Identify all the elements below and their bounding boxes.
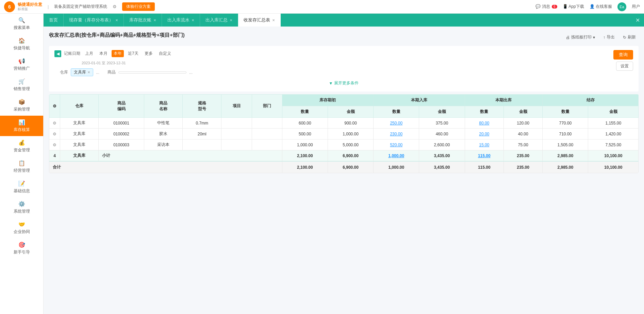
sidebar-item-sales[interactable]: 🛒 销售管理	[0, 75, 43, 95]
sidebar: 🔍 搜索菜单 🏠 快捷导航 📢 营销推广 🛒 销售管理 📦 采购管理 📊	[0, 14, 44, 314]
col-open-qty: 数量	[282, 106, 328, 118]
col-goods-code-header: 商品编码	[98, 95, 144, 118]
sidebar-item-label: 企业协同	[14, 229, 30, 235]
user-avatar[interactable]: Ea	[617, 2, 626, 11]
gear-icon[interactable]: ⚙	[113, 4, 117, 9]
row-warehouse: 文具库	[60, 118, 99, 129]
tab-close-icon[interactable]: ✕	[115, 18, 118, 22]
sidebar-item-search[interactable]: 🔍 搜索菜单	[0, 14, 43, 34]
col-group-inbound: 本期入库	[374, 95, 465, 106]
row-goods-spec	[183, 139, 221, 150]
top-bar-left: 6 畅捷通好生意 标准版 | 装备及固定资产辅助管理系统 ⚙ 体验行业方案	[4, 1, 155, 12]
tab-inventory-dist[interactable]: 现存量（库存分布表） ✕	[64, 14, 124, 27]
tab-close-icon[interactable]: ✕	[153, 18, 156, 22]
row-in-qty[interactable]: 250.00	[374, 118, 419, 129]
tab-inout-flow[interactable]: 出入库流水 ✕	[162, 14, 200, 27]
collab-icon: 🤝	[18, 221, 25, 228]
tab-inout-summary[interactable]: 出入库汇总 ✕	[200, 14, 238, 27]
tab-close-icon[interactable]: ✕	[230, 18, 232, 22]
date-btn-last-month[interactable]: 上月	[83, 50, 95, 57]
row-bal-amt: 1,420.00	[588, 129, 639, 139]
finance-icon: 💰	[18, 139, 25, 146]
row-gear-icon[interactable]: ⚙	[53, 143, 56, 147]
row-open-amt: 5,000.00	[328, 139, 373, 150]
sidebar-item-quick[interactable]: 🏠 快捷导航	[0, 34, 43, 54]
date-range-display: 2023-01-01 至 2023-12-31	[54, 61, 388, 66]
row-out-amt: 120.00	[503, 118, 542, 129]
sidebar-item-collab[interactable]: 🤝 企业协同	[0, 218, 43, 238]
row-in-qty[interactable]: 520.00	[374, 139, 419, 150]
tab-close-active-icon[interactable]: ✕	[272, 18, 275, 22]
print-icon: 🖨	[566, 35, 570, 40]
goods-more-btn[interactable]: ...	[189, 70, 193, 75]
row-in-amt: 375.00	[419, 118, 465, 129]
col-group-opening: 库存期初	[282, 95, 373, 106]
expand-filter-button[interactable]: ▼ 展开更多条件	[326, 79, 362, 87]
tab-batch[interactable]: 库存批次账 ✕	[124, 14, 162, 27]
message-btn[interactable]: 💬 消息 6	[535, 4, 557, 10]
tab-close-icon[interactable]: ✕	[192, 18, 194, 22]
sidebar-item-inventory[interactable]: 📊 库存核算	[0, 116, 43, 136]
date-btn-more[interactable]: 更多	[143, 50, 155, 57]
trial-button[interactable]: 体验行业方案	[122, 2, 155, 11]
page-content: 收发存汇总表(按仓库+商品编码+商品+规格型号+项目+部门) 🖨 拣纸板打印 ▾…	[44, 27, 644, 314]
sidebar-item-system[interactable]: ⚙️ 系统管理	[0, 197, 43, 218]
row-dept	[252, 118, 282, 129]
total-open-amt: 6,900.00	[328, 161, 373, 173]
warehouse-filter-tag[interactable]: 文具库 ✕	[71, 68, 93, 76]
row-open-amt: 900.00	[328, 118, 373, 129]
print-button[interactable]: 🖨 拣纸板打印 ▾	[563, 33, 598, 42]
col-group-balance: 结存	[543, 95, 639, 106]
row-in-amt: 2,600.00	[419, 139, 465, 150]
sales-icon: 🛒	[18, 78, 25, 85]
export-button[interactable]: ↑ 导出	[600, 33, 617, 42]
table-settings-icon[interactable]: ⚙	[53, 104, 56, 109]
date-btn-this-month[interactable]: 本月	[97, 50, 110, 57]
date-filter-group: 上月 本月 本年 近7天 更多 自定义	[83, 50, 173, 57]
sidebar-item-operations[interactable]: 📋 经营管理	[0, 156, 43, 177]
warehouse-more-btn[interactable]: ...	[96, 70, 99, 75]
export-icon: ↑	[603, 35, 605, 40]
row-in-qty[interactable]: 230.00	[374, 129, 419, 139]
sidebar-item-marketing[interactable]: 📢 营销推广	[0, 54, 43, 75]
filter-main-row: ◀ 记账日期 上月 本月 本年 近7天 更多 自定义	[54, 50, 633, 76]
collapse-filter-button[interactable]: ◀	[54, 50, 61, 57]
tab-recv-summary[interactable]: 收发存汇总表 ✕	[238, 14, 281, 27]
row-gear-icon[interactable]: ⚙	[53, 121, 56, 126]
table-wrap: ⚙ 仓库 商品编码 商品名称 规格型号 项目 部门 库存期初 本期入库	[49, 94, 639, 173]
sidebar-item-label: 新手引导	[14, 249, 30, 255]
refresh-button[interactable]: ↻ 刷新	[620, 33, 639, 42]
online-service-btn[interactable]: 👤 在线客服	[590, 4, 612, 10]
subtotal-row: 4 文具库 小计 2,100.00 6,900.00 1,000.00 3,43…	[49, 150, 639, 162]
tab-home[interactable]: 首页	[44, 14, 64, 27]
row-settings-cell: ⚙	[49, 129, 60, 139]
total-bal-amt: 10,100.00	[588, 161, 639, 173]
sidebar-item-guide[interactable]: 🎯 新手引导	[0, 238, 43, 259]
top-bar-right: 💬 消息 6 📱 App下载 👤 在线客服 Ea 用户	[535, 2, 640, 11]
query-button[interactable]: 查询	[613, 50, 633, 60]
top-bar: 6 畅捷通好生意 标准版 | 装备及固定资产辅助管理系统 ⚙ 体验行业方案 💬 …	[0, 0, 644, 14]
row-goods-spec: 0.7mm	[183, 118, 221, 129]
col-goods-name-header: 商品名称	[144, 95, 183, 118]
row-gear-icon[interactable]: ⚙	[53, 132, 56, 136]
row-out-qty[interactable]: 80.00	[465, 118, 503, 129]
user-label[interactable]: 用户	[632, 4, 640, 10]
settings-button[interactable]: 设置	[616, 62, 633, 71]
row-bal-qty: 770.00	[543, 118, 588, 129]
close-all-tabs-button[interactable]: ✕	[631, 17, 644, 23]
app-download-btn[interactable]: 📱 App下载	[563, 4, 584, 10]
sidebar-item-purchase[interactable]: 📦 采购管理	[0, 95, 43, 116]
sidebar-item-finance[interactable]: 💰 资金管理	[0, 136, 43, 156]
date-btn-this-year[interactable]: 本年	[112, 50, 124, 57]
table-row: ⚙ 文具库 0100002 胶水 20ml 500.00 1,000.00 23…	[49, 129, 639, 139]
subtotal-bal-amt: 10,100.00	[588, 150, 639, 162]
subtotal-in-qty: 1,000.00	[374, 150, 419, 162]
sidebar-item-label: 系统管理	[14, 209, 30, 214]
goods-filter-input[interactable]	[118, 71, 186, 73]
warehouse-tag-remove[interactable]: ✕	[87, 70, 90, 74]
row-out-qty[interactable]: 15.00	[465, 139, 503, 150]
date-btn-custom[interactable]: 自定义	[157, 50, 173, 57]
sidebar-item-basic[interactable]: 📝 基础信息	[0, 177, 43, 197]
date-btn-7days[interactable]: 近7天	[126, 50, 141, 57]
row-out-qty[interactable]: 20.00	[465, 129, 503, 139]
